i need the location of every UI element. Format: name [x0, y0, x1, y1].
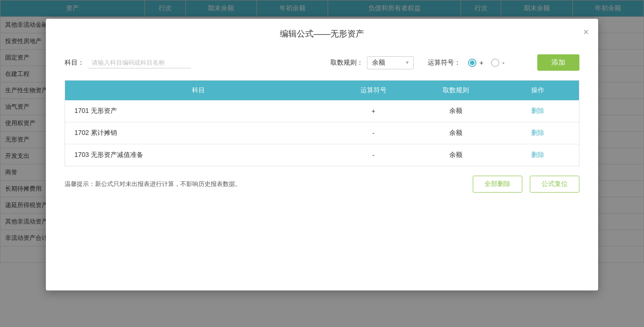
- row3-subject: 1703 无形资产减值准备: [65, 144, 332, 166]
- operator-label: 运算符号：: [428, 59, 461, 67]
- rule-label: 取数规则：: [330, 59, 363, 67]
- th-rule: 取数规则: [415, 81, 497, 101]
- th-action: 操作: [497, 81, 579, 101]
- row1-action-cell: 删除: [497, 100, 579, 122]
- subject-input[interactable]: [88, 57, 191, 68]
- rule-section: 取数规则： 余额 ▼: [330, 56, 414, 69]
- modal-header: 编辑公式——无形资产 ×: [46, 19, 598, 47]
- row2-subject: 1702 累计摊销: [65, 122, 332, 144]
- footer-tip: 温馨提示：新公式只对未出报表进行计算，不影响历史报表数据。: [65, 180, 241, 188]
- modal-overlay: 编辑公式——无形资产 × 科目： 取数规则： 余额 ▼ 运算符号： +: [0, 0, 644, 327]
- radio-plus[interactable]: +: [468, 59, 483, 67]
- modal-title: 编辑公式——无形资产: [280, 28, 364, 39]
- modal-close-button[interactable]: ×: [583, 27, 589, 37]
- subject-label: 科目：: [65, 59, 84, 67]
- modal-dialog: 编辑公式——无形资产 × 科目： 取数规则： 余额 ▼ 运算符号： +: [46, 19, 598, 290]
- radio-minus[interactable]: -: [491, 59, 505, 67]
- rule-select-text: 余额: [372, 59, 385, 67]
- formula-row-2: 1702 累计摊销 - 余额 删除: [65, 122, 579, 144]
- row1-rule: 余额: [415, 100, 497, 122]
- th-operator: 运算符号: [332, 81, 415, 101]
- radio-minus-label: -: [502, 59, 505, 67]
- row3-operator: -: [332, 144, 415, 166]
- radio-plus-label: +: [479, 59, 483, 67]
- footer-buttons: 全部删除 公式复位: [473, 176, 579, 193]
- radio-group: + -: [468, 59, 505, 67]
- row3-rule: 余额: [415, 144, 497, 166]
- row3-action-cell: 删除: [497, 144, 579, 166]
- radio-plus-circle: [468, 59, 476, 67]
- row2-rule: 余额: [415, 122, 497, 144]
- row3-delete-button[interactable]: 删除: [531, 151, 544, 158]
- dropdown-arrow-icon: ▼: [405, 60, 410, 65]
- row2-action-cell: 删除: [497, 122, 579, 144]
- row2-delete-button[interactable]: 删除: [531, 129, 544, 136]
- row1-subject: 1701 无形资产: [65, 100, 332, 122]
- add-button[interactable]: 添加: [537, 54, 579, 71]
- modal-footer: 温馨提示：新公式只对未出报表进行计算，不影响历史报表数据。 全部删除 公式复位: [46, 166, 598, 197]
- th-subject: 科目: [65, 81, 332, 101]
- formula-row-3: 1703 无形资产减值准备 - 余额 删除: [65, 144, 579, 166]
- delete-all-button[interactable]: 全部删除: [473, 176, 522, 193]
- form-row: 科目： 取数规则： 余额 ▼ 运算符号： +: [46, 47, 598, 80]
- rule-select[interactable]: 余额 ▼: [367, 56, 414, 69]
- row1-operator: +: [332, 100, 415, 122]
- formula-table: 科目 运算符号 取数规则 操作 1701 无形资产 + 余额 删除: [65, 80, 579, 166]
- row2-operator: -: [332, 122, 415, 144]
- reset-formula-button[interactable]: 公式复位: [530, 176, 579, 193]
- data-table-wrap: 科目 运算符号 取数规则 操作 1701 无形资产 + 余额 删除: [46, 80, 598, 166]
- formula-row-1: 1701 无形资产 + 余额 删除: [65, 100, 579, 122]
- radio-minus-circle: [491, 59, 499, 67]
- row1-delete-button[interactable]: 删除: [531, 107, 544, 114]
- operator-section: 运算符号： + -: [428, 59, 505, 67]
